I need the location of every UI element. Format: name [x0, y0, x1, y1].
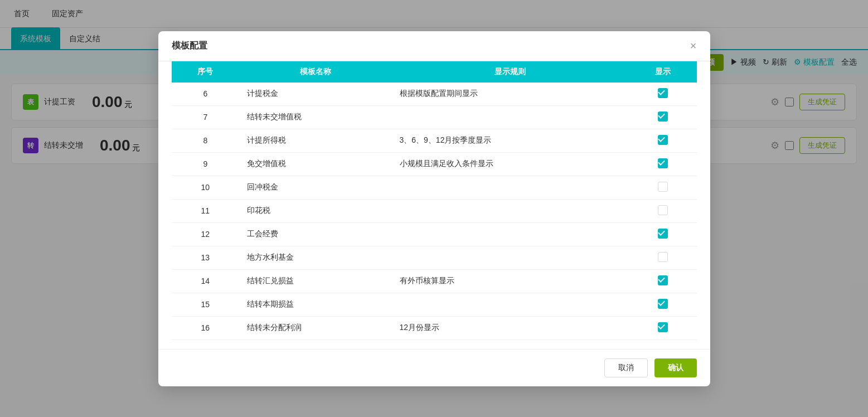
cell-seq-1: 7: [172, 105, 240, 129]
row-checkbox-4[interactable]: [658, 182, 668, 192]
cell-name-1: 结转未交增值税: [239, 105, 391, 129]
cell-rule-10: 12月份显示: [392, 316, 629, 340]
cell-seq-8: 14: [172, 269, 240, 293]
cell-rule-4: [392, 176, 629, 199]
cell-name-6: 工会经费: [239, 222, 391, 246]
col-rule: 显示规则: [392, 61, 629, 83]
table-row: 11印花税: [172, 199, 697, 222]
cell-check-0[interactable]: [629, 83, 697, 106]
cell-seq-4: 10: [172, 176, 240, 199]
cell-name-9: 结转本期损益: [239, 293, 391, 316]
cell-check-8[interactable]: [629, 269, 697, 293]
modal-header: 模板配置 ×: [158, 31, 710, 61]
config-table: 序号 模板名称 显示规则 显示 6计提税金根据模版配置期间显示7结转未交增值税8…: [172, 61, 697, 340]
cell-check-1[interactable]: [629, 105, 697, 129]
table-body: 6计提税金根据模版配置期间显示7结转未交增值税8计提所得税3、6、9、12月按季…: [172, 83, 697, 340]
cell-rule-1: [392, 105, 629, 129]
row-checkbox-3[interactable]: [658, 158, 668, 168]
table-row: 12工会经费: [172, 222, 697, 246]
col-name: 模板名称: [239, 61, 391, 83]
cell-rule-7: [392, 246, 629, 269]
row-checkbox-5[interactable]: [658, 205, 668, 215]
cell-name-5: 印花税: [239, 199, 391, 222]
cell-name-4: 回冲税金: [239, 176, 391, 199]
table-row: 10回冲税金: [172, 176, 697, 199]
modal-overlay: 模板配置 × 序号 模板名称 显示规则 显示 6计提税金根据模版配置期间显示7结…: [0, 0, 868, 417]
cell-rule-9: [392, 293, 629, 316]
modal-footer: 取消 确认: [158, 349, 710, 386]
row-checkbox-9[interactable]: [658, 299, 668, 309]
modal-body: 序号 模板名称 显示规则 显示 6计提税金根据模版配置期间显示7结转未交增值税8…: [158, 61, 710, 349]
row-checkbox-6[interactable]: [658, 229, 668, 239]
col-display: 显示: [629, 61, 697, 83]
cell-rule-5: [392, 199, 629, 222]
cell-name-0: 计提税金: [239, 83, 391, 106]
cell-seq-9: 15: [172, 293, 240, 316]
row-checkbox-7[interactable]: [658, 252, 668, 262]
cell-rule-0: 根据模版配置期间显示: [392, 83, 629, 106]
modal-title: 模板配置: [172, 40, 207, 52]
cell-seq-3: 9: [172, 152, 240, 176]
confirm-button[interactable]: 确认: [654, 358, 697, 377]
cell-seq-5: 11: [172, 199, 240, 222]
cell-rule-2: 3、6、9、12月按季度显示: [392, 129, 629, 152]
modal-template-config: 模板配置 × 序号 模板名称 显示规则 显示 6计提税金根据模版配置期间显示7结…: [158, 31, 710, 386]
cell-check-10[interactable]: [629, 316, 697, 340]
cell-seq-10: 16: [172, 316, 240, 340]
table-row: 7结转未交增值税: [172, 105, 697, 129]
cell-check-2[interactable]: [629, 129, 697, 152]
table-header: 序号 模板名称 显示规则 显示: [172, 61, 697, 83]
col-seq: 序号: [172, 61, 240, 83]
cell-name-3: 免交增值税: [239, 152, 391, 176]
table-row: 13地方水利基金: [172, 246, 697, 269]
cancel-button[interactable]: 取消: [604, 358, 648, 377]
row-checkbox-1[interactable]: [658, 111, 668, 122]
table-row: 16结转未分配利润12月份显示: [172, 316, 697, 340]
cell-check-6[interactable]: [629, 222, 697, 246]
cell-rule-3: 小规模且满足收入条件显示: [392, 152, 629, 176]
row-checkbox-8[interactable]: [658, 275, 668, 285]
cell-check-9[interactable]: [629, 293, 697, 316]
table-row: 14结转汇兑损益有外币核算显示: [172, 269, 697, 293]
cell-check-3[interactable]: [629, 152, 697, 176]
cell-seq-2: 8: [172, 129, 240, 152]
row-checkbox-10[interactable]: [658, 322, 668, 332]
row-checkbox-0[interactable]: [658, 88, 668, 98]
table-row: 15结转本期损益: [172, 293, 697, 316]
cell-seq-0: 6: [172, 83, 240, 106]
cell-check-4[interactable]: [629, 176, 697, 199]
cell-name-10: 结转未分配利润: [239, 316, 391, 340]
cell-rule-8: 有外币核算显示: [392, 269, 629, 293]
cell-name-7: 地方水利基金: [239, 246, 391, 269]
modal-close-button[interactable]: ×: [690, 40, 697, 51]
cell-seq-6: 12: [172, 222, 240, 246]
cell-check-7[interactable]: [629, 246, 697, 269]
table-row: 9免交增值税小规模且满足收入条件显示: [172, 152, 697, 176]
table-row: 6计提税金根据模版配置期间显示: [172, 83, 697, 106]
cell-check-5[interactable]: [629, 199, 697, 222]
cell-name-2: 计提所得税: [239, 129, 391, 152]
row-checkbox-2[interactable]: [658, 135, 668, 145]
table-row: 8计提所得税3、6、9、12月按季度显示: [172, 129, 697, 152]
cell-name-8: 结转汇兑损益: [239, 269, 391, 293]
cell-seq-7: 13: [172, 246, 240, 269]
cell-rule-6: [392, 222, 629, 246]
